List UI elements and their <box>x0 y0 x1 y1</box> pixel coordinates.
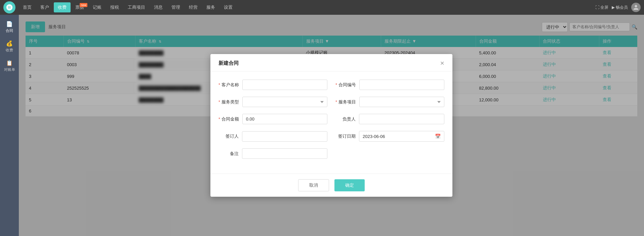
nav-bookkeeping[interactable]: 记账 <box>89 2 106 12</box>
modal-title: 新建合同 <box>218 60 239 66</box>
nav-service[interactable]: 服务 <box>202 2 219 12</box>
form-group-amount: 合同金额 <box>218 114 327 124</box>
modal-overlay: 新建合同 ✕ 客户名称 合同编号 <box>19 15 644 236</box>
new-contract-modal: 新建合同 ✕ 客户名称 合同编号 <box>210 54 452 197</box>
sign-date-container[interactable]: 2023-06-06 📅 <box>359 131 444 142</box>
play-icon: ▶ <box>612 5 615 10</box>
amount-label: 合同金额 <box>218 116 239 122</box>
contract-no-input[interactable] <box>359 80 444 90</box>
nav-right: ⛶ 全屏 ▶ 畅会员 <box>595 3 641 12</box>
content-area: 新增 服务项目 进行中 已完成 已终止 🔍 序号 合同编号 ⇅ <box>19 15 644 236</box>
nav-tax[interactable]: 报税 <box>106 2 123 12</box>
form-row-5: 备注 <box>218 148 444 159</box>
modal-close-button[interactable]: ✕ <box>440 61 444 66</box>
avatar[interactable] <box>631 3 641 12</box>
responsible-input[interactable] <box>359 114 444 124</box>
nav-operation[interactable]: 经营 <box>185 2 202 12</box>
confirm-button[interactable]: 确定 <box>334 179 365 191</box>
remark-input[interactable] <box>242 148 327 159</box>
nav-ticket[interactable]: 票据 new <box>71 2 88 12</box>
member-button[interactable]: ▶ 畅会员 <box>612 5 628 10</box>
service-type-label: 服务类型 <box>218 99 239 105</box>
customer-name-label: 客户名称 <box>218 82 239 88</box>
service-item-label: 服务项目 <box>335 99 356 105</box>
form-group-contract-no: 合同编号 <box>335 80 444 90</box>
amount-input[interactable] <box>242 114 327 124</box>
sidebar-item-contract[interactable]: 📄 合同 <box>1 18 18 36</box>
form-row-2: 服务类型 服务项目 <box>218 97 444 107</box>
service-item-select[interactable] <box>359 97 444 107</box>
customer-name-input[interactable] <box>242 80 327 90</box>
sidebar: 📄 合同 💰 收费 📋 对账单 <box>0 15 19 236</box>
form-group-customer-name: 客户名称 <box>218 80 327 90</box>
form-group-service-type: 服务类型 <box>218 97 327 107</box>
cancel-button[interactable]: 取消 <box>298 179 329 191</box>
new-badge: new <box>80 3 87 7</box>
nav-customer[interactable]: 客户 <box>36 2 53 12</box>
remark-label: 备注 <box>218 151 239 157</box>
modal-footer: 取消 确定 <box>210 174 452 197</box>
form-group-service-item: 服务项目 <box>335 97 444 107</box>
main-layout: 📄 合同 💰 收费 📋 对账单 新增 服务项目 进行中 已完成 已终止 🔍 <box>0 15 644 236</box>
nav-message[interactable]: 消息 <box>150 2 167 12</box>
nav-invoice[interactable]: 收费 <box>54 2 71 12</box>
sidebar-label-contract: 合同 <box>6 28 13 33</box>
nav-items: 首页 客户 收费 票据 new 记账 报税 工商项目 消息 管理 经营 服务 设… <box>19 2 595 12</box>
top-nav: 首页 客户 收费 票据 new 记账 报税 工商项目 消息 管理 经营 服务 设… <box>0 0 644 15</box>
sidebar-item-fee[interactable]: 💰 收费 <box>1 38 18 55</box>
contract-icon: 📄 <box>6 21 13 27</box>
nav-settings[interactable]: 设置 <box>220 2 237 12</box>
form-group-sign-date: 签订日期 2023-06-06 📅 <box>335 131 444 142</box>
reconcile-icon: 📋 <box>6 60 13 66</box>
sign-date-value: 2023-06-06 <box>363 134 385 139</box>
form-row-3: 合同金额 负责人 <box>218 114 444 124</box>
responsible-label: 负责人 <box>335 116 356 122</box>
calendar-icon: 📅 <box>435 134 441 139</box>
fullscreen-icon: ⛶ <box>595 5 599 10</box>
app-logo <box>3 1 15 13</box>
form-group-remark: 备注 <box>218 148 327 159</box>
form-group-responsible: 负责人 <box>335 114 444 124</box>
sidebar-label-reconcile: 对账单 <box>4 67 15 72</box>
signer-input[interactable] <box>242 131 327 142</box>
contract-no-label: 合同编号 <box>335 82 356 88</box>
signer-label: 签订人 <box>218 133 239 139</box>
service-type-select[interactable] <box>242 97 327 107</box>
fullscreen-button[interactable]: ⛶ 全屏 <box>595 5 608 10</box>
nav-home[interactable]: 首页 <box>19 2 36 12</box>
sign-date-label: 签订日期 <box>335 133 356 139</box>
form-group-signer: 签订人 <box>218 131 327 142</box>
sidebar-label-fee: 收费 <box>6 48 13 53</box>
modal-body: 客户名称 合同编号 服务类型 <box>210 72 452 174</box>
nav-manage[interactable]: 管理 <box>167 2 184 12</box>
form-row-1: 客户名称 合同编号 <box>218 80 444 90</box>
modal-header: 新建合同 ✕ <box>210 54 452 72</box>
nav-industry[interactable]: 工商项目 <box>124 2 149 12</box>
fee-icon: 💰 <box>6 40 13 47</box>
form-row-4: 签订人 签订日期 2023-06-06 📅 <box>218 131 444 142</box>
sidebar-item-reconcile[interactable]: 📋 对账单 <box>1 57 18 75</box>
